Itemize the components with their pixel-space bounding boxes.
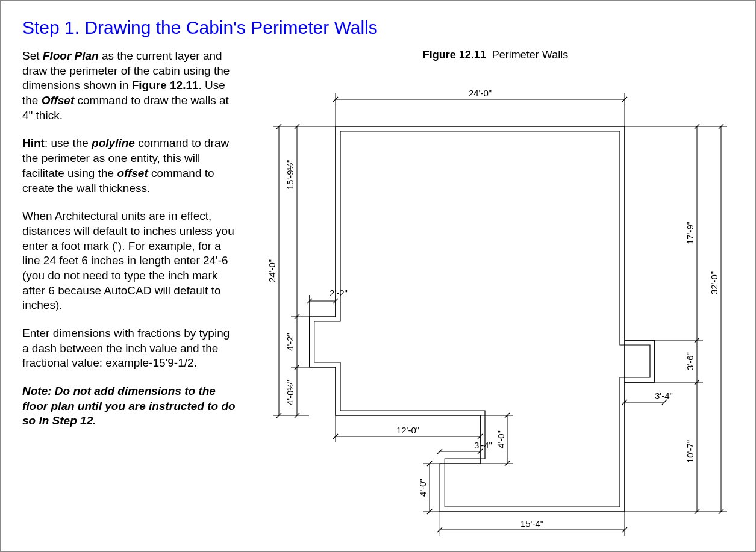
step-title: Step 1. Drawing the Cabin's Perimeter Wa… [22,17,734,38]
p1-floor-plan: Floor Plan [43,49,99,62]
paragraph-3: When Architectural units are in effect, … [22,209,239,313]
dim-left-4-0-half-label: 4'-0½" [285,380,295,405]
inner-wall [314,131,650,507]
p1-t1: Set [22,49,43,62]
p2-offset: offset [117,167,148,179]
dim-left-4-2: 4'-2" [285,317,309,370]
dim-left-15-9-half-label: 15'-9½" [285,160,295,190]
p2-polyline: polyline [92,137,135,149]
dim-right-3-6-label: 3'-6" [685,352,695,370]
paragraph-4: Enter dimensions with fractions by typin… [22,326,239,371]
figure-title: Perimeter Walls [492,49,568,61]
p1-fig-ref: Figure 12.11 [132,79,199,91]
dim-notch-2-2-label: 2'-2" [330,288,348,298]
dim-top-24-0-label: 24'-0" [469,88,492,98]
dim-right-3-4-label: 3'-4" [655,391,673,401]
dim-bottom-12-0: 12'-0" [333,415,483,442]
paragraph-5-note: Note: Do not add dimensions to the floor… [22,384,239,429]
dim-right-10-7-label: 10'-7" [685,440,695,463]
dim-left-24-0: 24'-0" [267,124,336,418]
dim-bottom-12-0-label: 12'-0" [396,425,419,435]
figure-column: Figure 12.11 Perimeter Walls [257,49,734,536]
dim-right-32-0: 32'-0" [625,124,727,514]
floor-plan-drawing: 24'-0" 24'-0" 15'-9½" [257,66,733,536]
dim-right-3-4: 3'-4" [622,391,673,405]
dim-left-24-0-label: 24'-0" [267,259,277,282]
dim-right-32-0-label: 32'-0" [709,271,719,294]
dim-bottom-4-0-v2-label: 4'-0" [417,479,428,497]
dim-left-15-9-half: 15'-9½" [285,124,309,319]
p2-t2: : use the [45,137,92,149]
instruction-column: Set Floor Plan as the current layer and … [22,49,239,536]
dim-bottom-4-0-v-label: 4'-0" [496,430,506,448]
dim-notch-2-2: 2'-2" [307,288,348,317]
paragraph-1: Set Floor Plan as the current layer and … [22,49,239,123]
content-row: Set Floor Plan as the current layer and … [22,49,734,536]
figure-label: Figure 12.11 [423,49,486,61]
outer-wall [310,126,655,512]
dim-bottom-3-4-label: 3'-4" [474,440,492,450]
p1-offset: Offset [42,94,75,107]
dim-bottom-4-0-v2: 4'-0" [417,461,440,514]
dim-left-4-0-half: 4'-0½" [285,367,299,418]
dim-right-10-7: 10'-7" [685,382,699,514]
dim-right-17-9: 17'-9" [655,124,703,343]
dim-bottom-15-4: 15'-4" [437,512,627,536]
dim-bottom-15-4-label: 15'-4" [520,518,543,529]
dim-right-17-9-label: 17'-9" [685,222,695,244]
document-page: Step 1. Drawing the Cabin's Perimeter Wa… [0,0,756,552]
figure-caption: Figure 12.11 Perimeter Walls [257,49,734,61]
dim-bottom-3-4: 3'-4" [437,440,492,454]
dim-top-24-0: 24'-0" [333,88,627,126]
dim-right-3-6: 3'-6" [655,340,703,385]
p2-hint: Hint [22,137,45,149]
paragraph-2: Hint: use the polyline command to draw t… [22,136,239,196]
dim-left-4-2-label: 4'-2" [285,333,295,351]
